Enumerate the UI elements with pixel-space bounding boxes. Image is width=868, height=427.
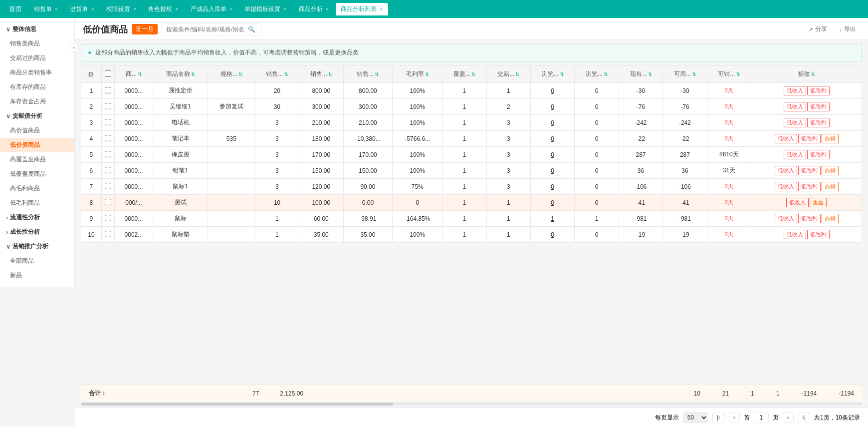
nav-close-role[interactable]: × bbox=[175, 6, 178, 12]
sidebar-item-new-goods[interactable]: 新品 bbox=[0, 268, 74, 283]
view1-link[interactable]: 0 bbox=[551, 135, 554, 142]
th-margin[interactable]: 毛利率⇅ bbox=[393, 66, 442, 83]
cell-view1[interactable]: 0 bbox=[530, 147, 574, 163]
sidebar-item-category-rate[interactable]: 商品分类销售率 bbox=[0, 65, 74, 80]
search-input[interactable] bbox=[166, 26, 246, 33]
page-number-input[interactable] bbox=[754, 413, 769, 423]
view1-link[interactable]: 0 bbox=[551, 199, 554, 206]
sidebar-item-sales-goods[interactable]: 销售类商品 bbox=[0, 36, 74, 51]
th-available[interactable]: 可用...⇅ bbox=[663, 66, 707, 83]
cell-checkbox[interactable] bbox=[101, 195, 114, 211]
sidebar-item-low-value[interactable]: 低价值商品 bbox=[0, 138, 74, 152]
sidebar-item-stock-goods[interactable]: 有库存的商品 bbox=[0, 80, 74, 94]
view1-link[interactable]: 0 bbox=[551, 167, 554, 174]
row-checkbox[interactable] bbox=[105, 183, 111, 189]
sidebar-item-all-goods[interactable]: 全部商品 bbox=[0, 254, 74, 268]
cell-checkbox[interactable] bbox=[101, 147, 114, 163]
view1-link[interactable]: 0 bbox=[551, 87, 554, 94]
nav-close-analysis-list[interactable]: × bbox=[380, 6, 383, 12]
row-checkbox[interactable] bbox=[105, 167, 111, 173]
view1-link[interactable]: 1 bbox=[551, 215, 554, 222]
cell-view1[interactable]: 0 bbox=[530, 99, 574, 115]
th-sales-avg[interactable]: 销售...⇅ bbox=[343, 66, 393, 83]
next-page-btn[interactable]: › bbox=[783, 413, 794, 423]
cell-checkbox[interactable] bbox=[101, 99, 114, 115]
th-current[interactable]: 现有...⇅ bbox=[619, 66, 662, 83]
sidebar-group-marketing[interactable]: ∨ 营销推广分析 bbox=[0, 239, 74, 254]
view1-link[interactable]: 0 bbox=[551, 151, 554, 158]
th-sku[interactable]: 商...⇅ bbox=[114, 66, 153, 83]
view1-link[interactable]: 0 bbox=[551, 103, 554, 110]
row-checkbox[interactable] bbox=[105, 119, 111, 125]
nav-item-permissions[interactable]: 权限设置 × bbox=[101, 3, 141, 15]
cell-view1[interactable]: 0 bbox=[530, 115, 574, 131]
row-checkbox[interactable] bbox=[105, 103, 111, 109]
nav-close-permissions[interactable]: × bbox=[133, 6, 136, 12]
sidebar-group-overall[interactable]: ∨ 整体信息 bbox=[0, 22, 74, 36]
th-view2[interactable]: 浏览...⇅ bbox=[575, 66, 619, 83]
row-checkbox[interactable] bbox=[105, 151, 111, 157]
th-coverage[interactable]: 覆盖...⇅ bbox=[442, 66, 486, 83]
first-page-btn[interactable]: |‹ bbox=[712, 413, 725, 423]
sidebar-item-high-margin[interactable]: 高毛利商品 bbox=[0, 181, 74, 196]
nav-close-analysis[interactable]: × bbox=[326, 6, 329, 12]
th-sales-qty[interactable]: 销售...⇅ bbox=[255, 66, 299, 83]
cell-view1[interactable]: 0 bbox=[530, 131, 574, 147]
sidebar-item-low-coverage[interactable]: 低覆盖度商品 bbox=[0, 167, 74, 181]
th-sales-amt[interactable]: 销售...⇅ bbox=[299, 66, 343, 83]
nav-item-analysis[interactable]: 商品分析 × bbox=[294, 3, 334, 15]
th-spec[interactable]: 规格...⇅ bbox=[208, 66, 255, 83]
cell-checkbox[interactable] bbox=[101, 83, 114, 99]
cell-view1[interactable]: 0 bbox=[530, 195, 574, 211]
export-button[interactable]: ↓ 导出 bbox=[835, 23, 860, 35]
cell-checkbox[interactable] bbox=[101, 115, 114, 131]
scrollbar-thumb[interactable] bbox=[81, 403, 393, 406]
nav-item-template[interactable]: 单据模板设置 × bbox=[239, 3, 291, 15]
sidebar-group-growth[interactable]: › 成长性分析 bbox=[0, 225, 74, 239]
cell-view1[interactable]: 0 bbox=[530, 83, 574, 99]
nav-item-purchase[interactable]: 进货单 × bbox=[65, 3, 99, 15]
row-checkbox[interactable] bbox=[105, 215, 111, 221]
horizontal-scrollbar[interactable] bbox=[81, 403, 862, 406]
sidebar-item-stock-capital[interactable]: 库存资金占用 bbox=[0, 94, 74, 109]
per-page-select[interactable]: 50 100 bbox=[683, 412, 708, 423]
th-name[interactable]: 商品名称⇅ bbox=[153, 66, 208, 83]
cell-view1[interactable]: 1 bbox=[530, 211, 574, 227]
nav-home[interactable]: 首页 bbox=[4, 2, 27, 15]
th-trade[interactable]: 交易...⇅ bbox=[486, 66, 530, 83]
row-checkbox[interactable] bbox=[105, 199, 111, 205]
cell-checkbox[interactable] bbox=[101, 179, 114, 195]
nav-item-role[interactable]: 角色授权 × bbox=[143, 3, 183, 15]
th-checkbox[interactable] bbox=[101, 66, 114, 83]
sidebar-group-liquidity[interactable]: › 流通性分析 bbox=[0, 210, 74, 225]
th-view1[interactable]: 浏览...⇅ bbox=[530, 66, 574, 83]
share-button[interactable]: ↗ 分享 bbox=[804, 23, 831, 35]
nav-item-sales[interactable]: 销售单 × bbox=[29, 3, 63, 15]
prev-page-btn[interactable]: ‹ bbox=[729, 413, 740, 423]
select-all-checkbox[interactable] bbox=[105, 70, 111, 77]
view1-link[interactable]: 0 bbox=[551, 231, 554, 238]
sidebar-item-high-value[interactable]: 高价值商品 bbox=[0, 123, 74, 138]
search-icon[interactable]: 🔍 bbox=[248, 26, 255, 33]
th-settings[interactable]: ⚙ bbox=[81, 66, 102, 83]
cell-checkbox[interactable] bbox=[101, 211, 114, 227]
nav-close-warehouse[interactable]: × bbox=[229, 6, 232, 12]
cell-view1[interactable]: 0 bbox=[530, 163, 574, 179]
view1-link[interactable]: 0 bbox=[551, 183, 554, 190]
nav-close-sales[interactable]: × bbox=[55, 6, 58, 12]
cell-checkbox[interactable] bbox=[101, 227, 114, 243]
nav-close-template[interactable]: × bbox=[283, 6, 286, 12]
row-checkbox[interactable] bbox=[105, 231, 111, 237]
cell-checkbox[interactable] bbox=[101, 163, 114, 179]
nav-item-warehouse[interactable]: 产成品入库单 × bbox=[186, 3, 237, 15]
cell-checkbox[interactable] bbox=[101, 131, 114, 147]
cell-view1[interactable]: 0 bbox=[530, 227, 574, 243]
sidebar-item-low-margin[interactable]: 低毛利商品 bbox=[0, 196, 74, 210]
sidebar-item-high-coverage[interactable]: 高覆盖度商品 bbox=[0, 152, 74, 167]
th-saleable[interactable]: 可销...⇅ bbox=[707, 66, 751, 83]
nav-item-analysis-list[interactable]: 商品分析列表 × bbox=[336, 3, 388, 15]
settings-icon[interactable]: ⚙ bbox=[88, 70, 94, 78]
time-tag[interactable]: 近一月 bbox=[132, 24, 158, 34]
cell-view1[interactable]: 0 bbox=[530, 179, 574, 195]
nav-close-purchase[interactable]: × bbox=[91, 6, 94, 12]
